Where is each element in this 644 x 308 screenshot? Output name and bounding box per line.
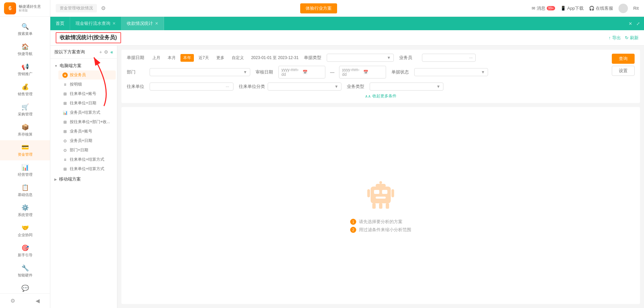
scheme-group-desktop-header[interactable]: ▼ 电脑端方案 bbox=[50, 61, 117, 70]
top-header-right: ✉ 消息 99+ 📱 App下载 🎧 在线客服 Rit bbox=[532, 4, 639, 13]
sidebar-item-system[interactable]: ⚙️ 系统管理 bbox=[0, 201, 50, 221]
sidebar-settings-btn[interactable]: ⚙ bbox=[10, 298, 15, 304]
scheme-list: ▼ 电脑端方案 ● 按业务员 ≡ 按明细 ⊞ bbox=[50, 59, 117, 308]
filter-item-review-date: 审核日期 yyyy-mm-dd 📅 — yyyy-mm-dd 📅 bbox=[256, 66, 386, 79]
tab-home[interactable]: 首页 bbox=[50, 17, 70, 30]
sidebar-item-enterprise[interactable]: 🤝 企业协同 bbox=[0, 221, 50, 241]
sidebar-collapse-btn[interactable]: ◀ bbox=[36, 298, 40, 304]
doc-status-select[interactable]: ▼ bbox=[414, 68, 488, 76]
partner-select[interactable]: ··· bbox=[150, 83, 233, 91]
sidebar-item-operations[interactable]: 📊 经营管理 bbox=[0, 160, 50, 181]
main-content: 资金管理/收款情况 ⚙ 体验行业方案 ✉ 消息 99+ 📱 App下载 🎧 在线… bbox=[50, 0, 644, 308]
date-tab-last-month[interactable]: 上月 bbox=[150, 54, 163, 62]
svg-rect-4 bbox=[376, 197, 386, 199]
scheme-item-unit-dept-collect[interactable]: ⊞ 按往来单位+部门+收... bbox=[58, 117, 116, 126]
dept-label: 部门 bbox=[127, 69, 147, 75]
scheme-item-salesman-settle[interactable]: 📊 业务员+结算方式 bbox=[58, 108, 116, 117]
svg-rect-1 bbox=[371, 187, 391, 203]
date-tab-this-month[interactable]: 本月 bbox=[165, 54, 178, 62]
export-button[interactable]: ↑ 导出 bbox=[609, 35, 621, 41]
date-tab-this-year[interactable]: 本年 bbox=[180, 54, 194, 62]
date-range-display: 2023-01-01 至 2023-12-31 bbox=[251, 55, 299, 61]
refresh-button[interactable]: ↻ 刷新 bbox=[625, 35, 639, 41]
search-menu-icon: 🔍 bbox=[21, 23, 29, 30]
sidebar-item-guide[interactable]: 🎯 新手引导 bbox=[0, 241, 50, 261]
tab-bank-flow[interactable]: 现金银行流水查询 ✕ bbox=[70, 17, 121, 30]
page-title: 收款情况统计(按业务员) bbox=[60, 35, 117, 40]
salesman-date-icon: ⊙ bbox=[62, 138, 68, 144]
tab-collection-stats[interactable]: 收款情况统计 ✕ bbox=[121, 17, 164, 30]
unit-date-icon: ⊞ bbox=[62, 101, 68, 106]
message-button[interactable]: ✉ 消息 99+ bbox=[532, 5, 555, 11]
date-label: 单据日期 bbox=[127, 55, 147, 61]
unit-dept-collect-icon: ⊞ bbox=[62, 119, 68, 125]
empty-tip-2: 2 用过滤条件来缩小分析范围 bbox=[350, 227, 411, 233]
tab-expand-icon[interactable]: ⤢ bbox=[636, 21, 640, 26]
header-gear-icon[interactable]: ⚙ bbox=[101, 5, 106, 11]
scheme-group-mobile-header[interactable]: ▶ 移动端方案 bbox=[50, 175, 117, 184]
query-button[interactable]: 查询 bbox=[612, 54, 635, 64]
filter-settings-button[interactable]: 设置 bbox=[612, 66, 635, 76]
panel-settings-icon[interactable]: ⚙ bbox=[104, 49, 108, 55]
sidebar-item-finance[interactable]: 💳 资金管理 bbox=[0, 140, 50, 160]
date-tabs: 上月 本月 本年 近7天 更多 自定义 bbox=[150, 54, 247, 62]
filter-item-dept: 部门 ▼ bbox=[127, 68, 250, 76]
collapse-more-button[interactable]: ∧∧ 收起更多条件 bbox=[127, 93, 635, 99]
tab-bank-flow-close[interactable]: ✕ bbox=[112, 21, 116, 26]
review-date-end[interactable]: yyyy-mm-dd 📅 bbox=[339, 66, 386, 79]
partner-category-select[interactable]: ▼ bbox=[268, 83, 341, 91]
sidebar-item-purchase[interactable]: 🛒 采购管理 bbox=[0, 100, 50, 120]
doc-type-chevron: ▼ bbox=[387, 55, 391, 60]
review-date-start[interactable]: yyyy-mm-dd 📅 bbox=[278, 66, 325, 79]
empty-tips: 1 请先选择要分析的方案 2 用过滤条件来缩小分析范围 bbox=[350, 217, 411, 235]
sidebar-logo: 6 畅捷通好生意 标准版 bbox=[0, 0, 50, 17]
sidebar-item-search-menu[interactable]: 🔍 搜索菜单 bbox=[0, 19, 50, 40]
scheme-item-unit-account[interactable]: ⊞ 往来单位+账号 bbox=[58, 89, 116, 98]
enterprise-icon: 🤝 bbox=[21, 224, 29, 232]
date-tab-last-7days[interactable]: 近7天 bbox=[196, 54, 212, 62]
online-service-button[interactable]: 🎧 在线客服 bbox=[589, 5, 613, 11]
sidebar-item-marketing[interactable]: 📢 营销推广 bbox=[0, 60, 50, 80]
salesman-more-icon[interactable]: ··· bbox=[469, 55, 473, 60]
tab-home-label: 首页 bbox=[56, 20, 64, 27]
partner-more-dots[interactable]: ··· bbox=[226, 84, 229, 89]
trial-button[interactable]: 体验行业方案 bbox=[300, 3, 337, 13]
scheme-item-unit-date[interactable]: ⊞ 往来单位+日期 bbox=[58, 99, 116, 108]
scheme-item-salesman-date[interactable]: ⊙ 业务员+日期 bbox=[58, 136, 116, 145]
scheme-item-unit-settle1[interactable]: ≡ 往来单位+结算方式 bbox=[58, 155, 116, 164]
panel-header: 按以下方案查询 + ⚙ « bbox=[50, 46, 117, 59]
tab-bar: 首页 现金银行流水查询 ✕ 收款情况统计 ✕ ✕ ⤢ bbox=[50, 17, 644, 30]
date-tab-more[interactable]: 更多 bbox=[214, 54, 227, 62]
calendar-end-icon: 📅 bbox=[363, 70, 383, 74]
scheme-item-salesman-account[interactable]: ⊞ 业务员+账号 bbox=[58, 127, 116, 136]
scheme-item-by-detail[interactable]: ≡ 按明细 bbox=[58, 80, 116, 89]
scheme-item-dept-date[interactable]: ⊙ 部门+日期 bbox=[58, 146, 116, 155]
user-name: Rit bbox=[633, 6, 639, 11]
sidebar-nav: 🔍 搜索菜单 🏠 快捷导航 📢 营销推广 💰 销售管理 🛒 采购管理 📦 库存核… bbox=[0, 17, 50, 293]
date-tab-custom[interactable]: 自定义 bbox=[229, 54, 247, 62]
scheme-items-desktop: ● 按业务员 ≡ 按明细 ⊞ 往来单位+账号 ⊞ bbox=[50, 70, 117, 173]
scheme-item-unit-settle2[interactable]: ⊞ 往来单位+结算方式 bbox=[58, 164, 116, 173]
sidebar-item-quick-nav[interactable]: 🏠 快捷导航 bbox=[0, 40, 50, 60]
tab-close-all-icon[interactable]: ✕ bbox=[629, 21, 632, 26]
filter-row-3: 往来单位 ··· 往来单位分类 ▼ bbox=[127, 83, 606, 91]
sidebar-item-basic-info[interactable]: 📋 基础信息 bbox=[0, 181, 50, 201]
scheme-item-by-salesman[interactable]: ● 按业务员 bbox=[58, 70, 116, 80]
dept-select[interactable]: ▼ bbox=[150, 68, 250, 76]
sidebar-item-inventory[interactable]: 📦 库存核算 bbox=[0, 120, 50, 140]
sidebar-item-sales[interactable]: 💰 销售管理 bbox=[0, 80, 50, 100]
salesman-select[interactable]: ··· bbox=[422, 54, 476, 62]
app-download-button[interactable]: 📱 App下载 bbox=[560, 5, 584, 11]
biz-type-select[interactable]: ▼ bbox=[370, 83, 443, 91]
service-icon: 🎧 bbox=[589, 6, 594, 11]
sidebar-footer: ⚙ ◀ bbox=[0, 293, 50, 308]
panel-collapse-icon[interactable]: « bbox=[110, 49, 113, 55]
panel-add-icon[interactable]: + bbox=[99, 49, 102, 55]
doc-type-select[interactable]: ▼ bbox=[327, 54, 394, 62]
svg-rect-9 bbox=[379, 203, 382, 209]
tab-collection-stats-close[interactable]: ✕ bbox=[155, 21, 158, 26]
user-avatar[interactable] bbox=[619, 4, 628, 13]
sidebar-item-wechat[interactable]: 💬 企业微信 bbox=[0, 281, 50, 293]
sidebar-item-hardware[interactable]: 🔧 智能硬件 bbox=[0, 261, 50, 281]
message-badge: 99+ bbox=[547, 6, 555, 10]
